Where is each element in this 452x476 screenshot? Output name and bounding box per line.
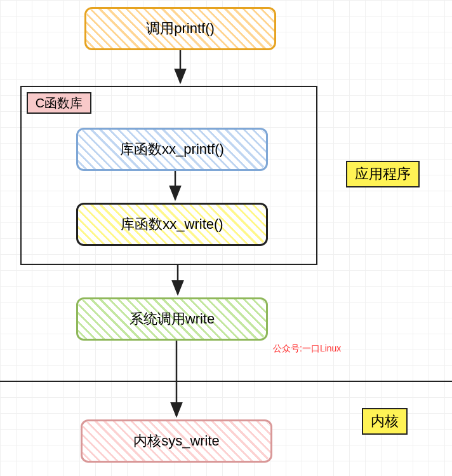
- node-xx-printf: 库函数xx_printf(): [76, 128, 268, 171]
- node-xx-printf-label: 库函数xx_printf(): [120, 140, 224, 159]
- node-syscall-write-label: 系统调用write: [130, 309, 215, 329]
- node-printf-label: 调用printf(): [146, 19, 215, 38]
- layer-kernel-text: 内核: [371, 412, 399, 431]
- node-syscall-write: 系统调用write: [76, 297, 268, 341]
- watermark: 公众号:一口Linux: [273, 343, 341, 355]
- layer-app-text: 应用程序: [355, 165, 411, 184]
- node-xx-write-label: 库函数xx_write(): [121, 215, 223, 234]
- watermark-text: 公众号:一口Linux: [273, 343, 341, 353]
- node-sys-write-label: 内核sys_write: [133, 432, 220, 451]
- layer-divider: [0, 381, 452, 382]
- layer-kernel-label: 内核: [362, 408, 408, 435]
- container-clib-title-text: C函数库: [36, 95, 83, 112]
- container-clib-title: C函数库: [27, 92, 91, 114]
- node-sys-write: 内核sys_write: [81, 419, 272, 463]
- node-printf: 调用printf(): [84, 7, 276, 50]
- node-xx-write: 库函数xx_write(): [76, 203, 268, 246]
- layer-app-label: 应用程序: [346, 161, 420, 187]
